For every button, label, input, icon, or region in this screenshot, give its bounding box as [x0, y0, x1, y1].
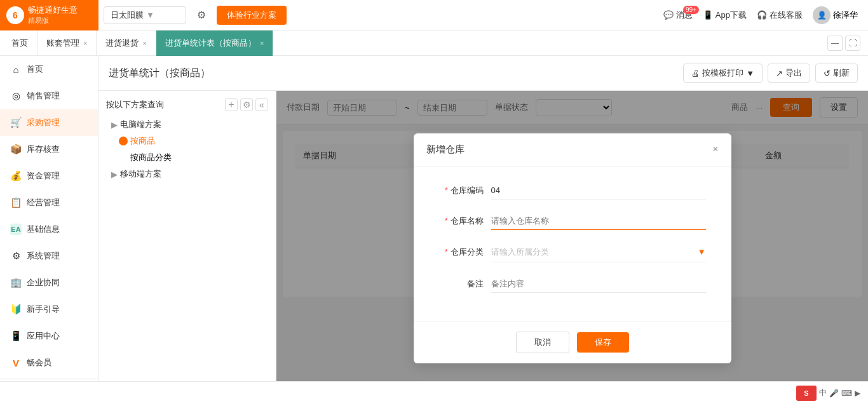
sidebar-guide-label: 新手引导: [27, 304, 60, 315]
online-service-item[interactable]: 🎧 在线客服: [757, 10, 803, 21]
inventory-icon: 📦: [10, 144, 22, 155]
tab-account-close[interactable]: ×: [83, 39, 87, 47]
category-placeholder: 请输入所属分类: [491, 246, 549, 258]
print-label: 按模板打印: [702, 67, 743, 79]
tab-purchase-stats-close[interactable]: ×: [260, 39, 264, 47]
code-label: 仓库编码: [439, 185, 484, 196]
finance-icon: 💰: [10, 170, 22, 182]
business-icon: 📋: [10, 197, 22, 208]
enterprise-icon: 🏢: [10, 277, 22, 288]
scheme-by-goods[interactable]: 按商品: [106, 133, 268, 149]
sidebar-item-finance[interactable]: 💰 资金管理: [0, 163, 98, 189]
export-button[interactable]: ↗ 导出: [768, 64, 810, 83]
store-selector[interactable]: 日太阳膜 ▼: [104, 6, 186, 24]
sidebar-basic-label: 基础信息: [27, 224, 60, 235]
save-button[interactable]: 保存: [577, 332, 629, 353]
phone-icon: 📱: [703, 10, 713, 20]
tab-home-label: 首页: [11, 37, 28, 49]
chevron-down-icon: ▼: [146, 10, 154, 20]
sidebar-item-basic[interactable]: EA 基础信息: [0, 216, 98, 243]
scheme-gear-icon[interactable]: ⚙: [240, 98, 253, 111]
logo-title: 畅捷通好生意: [28, 5, 78, 16]
purchase-icon: 🛒: [10, 117, 22, 128]
pc-scheme-label: 电脑端方案: [120, 119, 161, 130]
sales-icon: ◎: [10, 90, 22, 102]
app-icon: 📱: [10, 330, 22, 342]
tab-account-label: 账套管理: [46, 37, 79, 49]
note-label: 备注: [439, 278, 484, 290]
add-scheme-icon[interactable]: +: [225, 98, 238, 111]
print-button[interactable]: 🖨 按模板打印 ▼: [683, 64, 763, 83]
sidebar: ⌂ 首页 ◎ 销售管理 🛒 采购管理 📦 库存核查 💰 资金管理 📋 经营管理 …: [0, 56, 98, 404]
dialog-footer: 取消 保存: [414, 321, 731, 363]
cancel-button[interactable]: 取消: [516, 332, 569, 353]
name-input[interactable]: [491, 212, 706, 230]
logo-area: 6 畅捷通好生意 精易版: [0, 0, 98, 30]
arrow-right-icon2: ▶: [111, 170, 118, 179]
home-icon: ⌂: [10, 64, 22, 75]
export-icon: ↗: [776, 69, 783, 78]
member-icon: V: [10, 357, 22, 368]
dialog-header: 新增仓库 ×: [414, 133, 731, 166]
form-row-name: 仓库名称: [439, 212, 706, 230]
bottom-keyboard-icon: ⌨: [841, 389, 852, 398]
settings-icon[interactable]: ⚙: [191, 5, 212, 25]
sidebar-item-inventory[interactable]: 📦 库存核查: [0, 136, 98, 163]
sidebar-sales-label: 销售管理: [27, 90, 60, 102]
user-avatar-area[interactable]: 👤 徐泽华: [813, 6, 858, 24]
category-select[interactable]: 请输入所属分类 ▼: [491, 243, 706, 262]
guide-icon: 🔰: [10, 304, 22, 315]
arrow-right-icon: ▶: [111, 120, 118, 130]
refresh-button[interactable]: ↺ 刷新: [815, 64, 858, 83]
brand-s-icon: S: [796, 386, 817, 401]
form-row-code: 仓库编码: [439, 182, 706, 199]
sidebar-finance-label: 资金管理: [27, 170, 60, 182]
system-icon: ⚙: [10, 250, 22, 262]
new-warehouse-dialog: 新增仓库 × 仓库编码 仓库名称: [414, 133, 731, 363]
scheme-category-label: 按商品分类: [130, 152, 172, 163]
dialog-overlay: 新增仓库 × 仓库编码 仓库名称: [276, 91, 868, 404]
tab-minimize-btn[interactable]: —: [827, 36, 843, 51]
goods-category-icon: [119, 153, 128, 162]
logo-icon: 6: [6, 6, 24, 24]
sidebar-item-system[interactable]: ⚙ 系统管理: [0, 243, 98, 269]
scheme-by-category[interactable]: 按商品分类: [106, 149, 268, 166]
collapse-icon[interactable]: «: [255, 98, 268, 111]
dialog-close-icon[interactable]: ×: [712, 144, 718, 155]
page-title: 进货单统计（按商品）: [109, 67, 210, 80]
sidebar-item-enterprise[interactable]: 🏢 企业协同: [0, 269, 98, 296]
headset-icon: 🎧: [757, 10, 767, 20]
app-download-item[interactable]: 📱 App下载: [703, 10, 747, 21]
dialog-body: 仓库编码 仓库名称 仓库分类: [414, 166, 731, 321]
messages-item[interactable]: 💬 消息 99+: [663, 10, 693, 21]
store-name: 日太阳膜: [111, 10, 144, 21]
bottom-mic-icon: 🎤: [829, 389, 839, 398]
tab-home[interactable]: 首页: [3, 30, 37, 56]
tab-purchase-return[interactable]: 进货退货 ×: [97, 30, 156, 56]
tab-purchase-stats[interactable]: 进货单统计表（按商品） ×: [156, 30, 273, 56]
printer-icon: 🖨: [691, 69, 700, 78]
print-dropdown-icon: ▼: [746, 69, 754, 78]
mobile-scheme-label: 移动端方案: [120, 168, 161, 180]
sidebar-item-purchase[interactable]: 🛒 采购管理: [0, 109, 98, 136]
tab-maximize-btn[interactable]: ⛶: [845, 36, 860, 51]
message-badge: 99+: [683, 6, 699, 14]
category-dropdown-icon: ▼: [698, 247, 706, 257]
scheme-goods-label: 按商品: [130, 135, 155, 147]
sidebar-item-app[interactable]: 📱 应用中心: [0, 323, 98, 349]
category-label: 仓库分类: [439, 246, 484, 258]
pc-scheme[interactable]: ▶ 电脑端方案: [106, 116, 268, 133]
mobile-scheme[interactable]: ▶ 移动端方案: [106, 166, 268, 182]
sidebar-item-sales[interactable]: ◎ 销售管理: [0, 83, 98, 109]
note-input[interactable]: [491, 275, 706, 293]
experience-button[interactable]: 体验行业方案: [217, 6, 287, 25]
code-input[interactable]: [491, 182, 706, 199]
sidebar-item-member[interactable]: V 畅会员: [0, 349, 98, 376]
active-indicator: [119, 137, 128, 145]
sidebar-item-guide[interactable]: 🔰 新手引导: [0, 296, 98, 323]
sidebar-item-home[interactable]: ⌂ 首页: [0, 56, 98, 83]
bottom-bar: S 中 🎤 ⌨ ▶: [0, 381, 868, 404]
tab-purchase-return-close[interactable]: ×: [142, 39, 146, 47]
tab-account[interactable]: 账套管理 ×: [37, 30, 97, 56]
sidebar-item-business[interactable]: 📋 经营管理: [0, 189, 98, 216]
